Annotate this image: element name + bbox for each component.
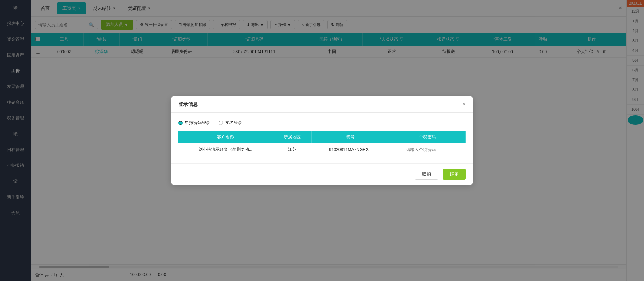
col-tax-password: 个税密码 [389,131,465,143]
dialog-header: 登录信息 × [171,96,473,113]
client-table-row: 刘小艳演示账套（勿删勿动... 江苏 91320811MA7NGR2... [178,143,466,156]
dialog-overlay: 登录信息 × 申报密码登录 实名登录 客户名称 所属地 [0,0,644,281]
login-info-dialog: 登录信息 × 申报密码登录 实名登录 客户名称 所属地 [171,96,473,185]
col-client-name: 客户名称 [178,131,273,143]
radio-password-login[interactable]: 申报密码登录 [178,120,210,126]
confirm-button[interactable]: 确定 [443,169,466,180]
client-taxno-cell: 91320811MA7NGR2... [312,143,389,156]
client-name-cell: 刘小艳演示账套（勿删勿动... [178,143,273,156]
client-table: 客户名称 所属地区 税号 个税密码 刘小艳演示账套（勿删勿动... 江苏 913… [178,131,466,156]
login-type-radio-group: 申报密码登录 实名登录 [178,120,466,126]
radio-real-name-login[interactable]: 实名登录 [219,120,242,126]
col-tax-no: 税号 [312,131,389,143]
cancel-button[interactable]: 取消 [415,169,438,180]
client-region-cell: 江苏 [273,143,312,156]
dialog-title: 登录信息 [178,101,198,108]
col-region: 所属地区 [273,131,312,143]
tax-password-input[interactable] [406,147,448,152]
dialog-footer: 取消 确定 [171,163,473,185]
dialog-body: 申报密码登录 实名登录 客户名称 所属地区 税号 个税密码 [171,113,473,163]
dialog-close-button[interactable]: × [463,101,466,108]
client-password-cell[interactable] [389,143,465,156]
